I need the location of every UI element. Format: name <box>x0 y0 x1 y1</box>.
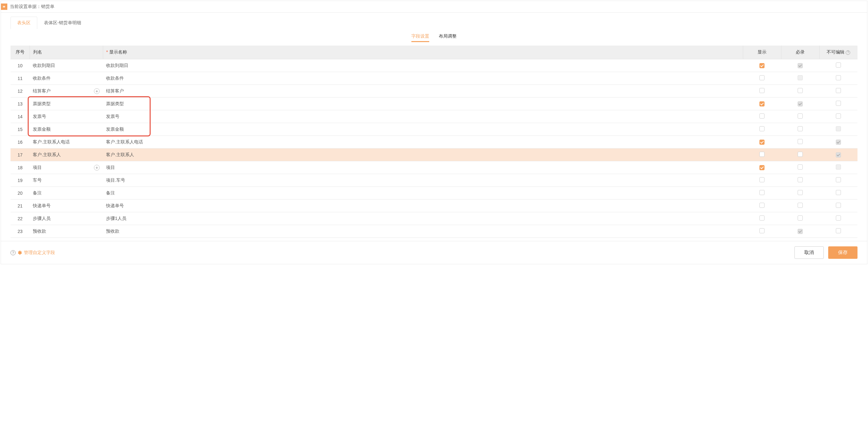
checkbox-required[interactable] <box>798 88 803 93</box>
cell-display[interactable]: 收款条件 <box>103 72 743 85</box>
cell-readonly <box>819 187 858 200</box>
cell-required <box>781 187 819 200</box>
cell-display[interactable]: 预收款 <box>103 225 743 238</box>
cell-display[interactable]: 步骤1人员 <box>103 212 743 225</box>
checkbox-show[interactable] <box>760 140 765 145</box>
cell-name: 收款到期日 <box>30 59 103 72</box>
cell-show <box>743 161 781 174</box>
checkbox-show[interactable] <box>760 126 765 131</box>
cell-readonly <box>819 136 858 148</box>
checkbox-show[interactable] <box>760 113 765 119</box>
table-row: 10收款到期日收款到期日 <box>10 59 858 72</box>
plus-icon[interactable]: + <box>94 165 100 171</box>
top-tab-1[interactable]: 表体区-销货单明细 <box>37 17 88 29</box>
checkbox-readonly[interactable] <box>836 101 841 106</box>
checkbox-show[interactable] <box>760 165 765 170</box>
cell-required <box>781 72 819 85</box>
checkbox-readonly[interactable] <box>836 203 841 208</box>
plus-icon[interactable]: + <box>94 88 100 94</box>
sub-tab-0[interactable]: 字段设置 <box>411 33 429 41</box>
cell-name: 发票金额 <box>30 123 103 136</box>
cell-readonly <box>819 148 858 161</box>
cell-seq: 13 <box>10 97 30 110</box>
cell-required <box>781 174 819 187</box>
checkbox-show[interactable] <box>760 75 765 80</box>
save-button[interactable]: 保存 <box>828 247 858 259</box>
header-display-label: 显示名称 <box>109 49 127 55</box>
cell-display[interactable]: 项目.车号 <box>103 174 743 187</box>
checkbox-readonly[interactable] <box>836 75 841 80</box>
checkbox-required <box>798 102 803 107</box>
checkbox-readonly[interactable] <box>836 62 841 67</box>
cell-required <box>781 97 819 110</box>
checkbox-required[interactable] <box>798 177 803 182</box>
checkbox-required[interactable] <box>798 126 803 131</box>
checkbox-required[interactable] <box>798 203 803 208</box>
footer-left: ? 管理自定义字段 <box>10 250 55 256</box>
cell-display[interactable]: 结算客户 <box>103 85 743 97</box>
cell-display[interactable]: 收款到期日 <box>103 59 743 72</box>
cell-required <box>781 200 819 212</box>
checkbox-readonly[interactable] <box>836 190 841 195</box>
checkbox-show[interactable] <box>760 203 765 208</box>
table-row: 20备注备注 <box>10 187 858 200</box>
checkbox-show[interactable] <box>760 228 765 233</box>
cell-show <box>743 200 781 212</box>
top-tabs: 表头区表体区-销货单明细 <box>10 17 858 29</box>
collapse-toggle[interactable] <box>1 3 7 10</box>
cell-seq: 20 <box>10 187 30 200</box>
checkbox-readonly[interactable] <box>836 113 841 119</box>
checkbox-show[interactable] <box>760 102 765 107</box>
header-required: 必录 <box>781 46 819 59</box>
help-circle-icon[interactable]: ? <box>10 250 16 255</box>
cancel-button[interactable]: 取消 <box>795 247 824 259</box>
help-icon[interactable]: ? <box>846 50 850 55</box>
checkbox-readonly[interactable] <box>836 88 841 93</box>
cell-display[interactable]: 发票号 <box>103 110 743 123</box>
cell-name: 快递单号 <box>30 200 103 212</box>
checkbox-readonly[interactable] <box>836 228 841 233</box>
checkbox-show[interactable] <box>760 88 765 93</box>
table-row: 23预收款预收款 <box>10 225 858 238</box>
cell-name: 票据类型 <box>30 97 103 110</box>
cell-show <box>743 148 781 161</box>
table-row: 11收款条件收款条件 <box>10 72 858 85</box>
checkbox-readonly[interactable] <box>836 177 841 182</box>
checkbox-show[interactable] <box>760 63 765 68</box>
checkbox-required <box>798 229 803 234</box>
cell-name: 发票号 <box>30 110 103 123</box>
checkbox-required[interactable] <box>798 190 803 195</box>
cell-display[interactable]: 快递单号 <box>103 200 743 212</box>
cell-required <box>781 123 819 136</box>
table-row: 12结算客户+结算客户 <box>10 85 858 97</box>
cell-name: 结算客户+ <box>30 85 103 97</box>
checkbox-show[interactable] <box>760 216 765 221</box>
checkbox-required[interactable] <box>798 113 803 119</box>
top-tab-0[interactable]: 表头区 <box>10 17 37 29</box>
cell-readonly <box>819 174 858 187</box>
table-header-row: 序号 列名 *显示名称 显示 必录 不可编辑? <box>10 46 858 59</box>
checkbox-required[interactable] <box>798 139 803 144</box>
cell-display[interactable]: 备注 <box>103 187 743 200</box>
cell-required <box>781 148 819 161</box>
checkbox-required[interactable] <box>798 165 803 170</box>
checkbox-required[interactable] <box>798 152 803 157</box>
checkbox-readonly <box>836 140 841 145</box>
manage-custom-fields-link[interactable]: 管理自定义字段 <box>24 250 55 256</box>
cell-display[interactable]: 发票金额 <box>103 123 743 136</box>
checkbox-show[interactable] <box>760 177 765 182</box>
checkbox-show[interactable] <box>760 152 765 157</box>
sub-tab-1[interactable]: 布局调整 <box>439 33 457 41</box>
cell-required <box>781 110 819 123</box>
cell-display[interactable]: 客户.主联系人 <box>103 148 743 161</box>
table-row: 19车号项目.车号 <box>10 174 858 187</box>
checkbox-required[interactable] <box>798 216 803 221</box>
cell-display[interactable]: 客户.主联系人电话 <box>103 136 743 148</box>
cell-display[interactable]: 项目 <box>103 161 743 174</box>
checkbox-readonly[interactable] <box>836 216 841 221</box>
cell-display[interactable]: 票据类型 <box>103 97 743 110</box>
checkbox-show[interactable] <box>760 190 765 195</box>
cell-seq: 11 <box>10 72 30 85</box>
checkbox-readonly <box>836 152 841 158</box>
checkbox-readonly <box>836 126 841 131</box>
